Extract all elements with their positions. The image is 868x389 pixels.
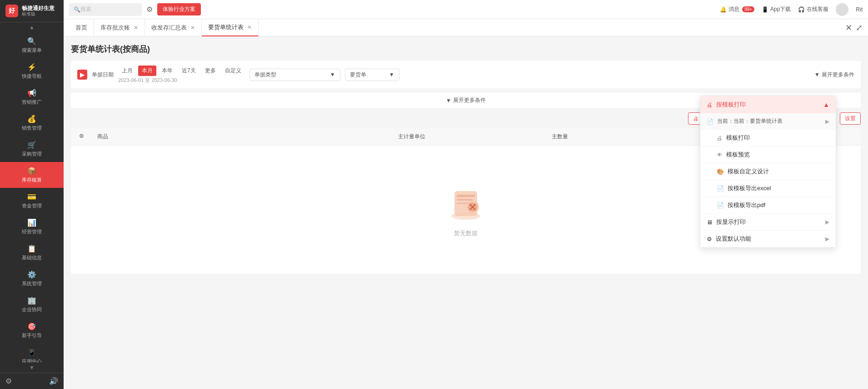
sidebar-item-purchase[interactable]: 🛒采购管理 (0, 136, 64, 162)
topbar: 🔍 搜索 ⚙ 体验行业方案 🔔 消息 99+ 📱 App下载 🎧 在线客服 Ri… (64, 0, 868, 19)
enterprise-icon: 🏢 (27, 296, 36, 305)
display-print-icon: 🖥 (707, 219, 713, 226)
order-label-select[interactable]: 要货单 ▼ (345, 69, 399, 81)
dropdown-item-template-preview[interactable]: 👁模板预览 (700, 147, 836, 163)
template-design-icon: 🎨 (717, 168, 724, 175)
print-dropdown: 🖨 按模板打印 ▲ 📄 当前： 当前：要货单统计表 ▶ 🖨模板打印👁模板预览🎨模… (700, 96, 836, 248)
tabs-bar: 首页库存批次账✕收发存汇总表✕要货单统计表✕✕⤢ (64, 19, 868, 36)
expand-down-icon: ▼ (814, 71, 820, 78)
template-print-icon: 🖨 (717, 135, 723, 141)
tab-batch-account[interactable]: 库存批次账✕ (94, 19, 145, 36)
sidebar-item-system[interactable]: ⚙️系统管理 (0, 266, 64, 292)
dropdown-section-display-print[interactable]: 🖥按显示打印▶ (700, 214, 836, 231)
dropdown-item-template-design[interactable]: 🎨模板自定义设计 (700, 163, 836, 180)
dropdown-item-left-template-print: 🖨模板打印 (717, 134, 750, 142)
current-template-left: 📄 当前： 当前：要货单统计表 (707, 117, 783, 125)
sidebar-logo: 好 畅捷通好生意 标准版 (0, 0, 64, 22)
search-icon: 🔍 (27, 37, 36, 45)
tab-close-batch-account[interactable]: ✕ (134, 25, 138, 31)
sidebar-item-business[interactable]: 📊经营管理 (0, 214, 64, 240)
search-icon: 🔍 (74, 6, 80, 13)
quick-nav-icon: ⚡ (27, 63, 36, 71)
app-download-btn[interactable]: 📱 App下载 (762, 5, 791, 13)
sidebar-item-enterprise[interactable]: 🏢企业协同 (0, 292, 64, 318)
user-name: Rit (856, 6, 863, 13)
filter-toolbar: ▶ 单据日期 上月 本月 本年 近7天 更多 自定义 2023-06-01 至 … (71, 61, 861, 88)
dropdown-item-template-excel[interactable]: 📄按模板导出excel (700, 180, 836, 197)
sidebar-item-quick-nav[interactable]: ⚡快捷导航 (0, 58, 64, 84)
template-preview-label: 模板预览 (726, 151, 750, 159)
appstore-icon: 📱 (27, 348, 36, 357)
online-service-btn[interactable]: 🎧 在线客服 (798, 5, 828, 13)
date-btn-7days[interactable]: 近7天 (178, 66, 200, 76)
template-excel-label: 按模板导出excel (728, 184, 771, 192)
dropdown-items-list: 🖨模板打印👁模板预览🎨模板自定义设计📄按模板导出excel📄按模板导出pdf (700, 130, 836, 214)
dropdown-printer-icon: 🖨 (707, 101, 713, 108)
settings-btn[interactable]: 设置 (840, 112, 861, 125)
dropdown-collapse-icon[interactable]: ▲ (823, 101, 829, 108)
scroll-up-arrow[interactable]: ▲ (0, 22, 64, 32)
expand-icon[interactable]: ▶ (77, 70, 87, 80)
sidebar-item-basic[interactable]: 📋基础信息 (0, 240, 64, 266)
purchase-label: 采购管理 (22, 151, 42, 157)
date-btn-custom[interactable]: 自定义 (221, 66, 245, 76)
current-icon: 📄 (707, 118, 713, 125)
avatar[interactable] (836, 3, 848, 16)
speaker-icon[interactable]: 🔊 (49, 377, 58, 385)
tab-home[interactable]: 首页 (69, 19, 94, 36)
marketing-label: 营销推广 (22, 99, 42, 106)
finance-icon: 💳 (27, 192, 36, 201)
sidebar-item-finance[interactable]: 💳资金管理 (0, 188, 64, 214)
settings-icon[interactable]: ⚙ (5, 377, 12, 385)
tab-close-order-stats[interactable]: ✕ (247, 24, 252, 30)
sidebar-nav: 🔍搜索菜单⚡快捷导航📢营销推广💰销售管理🛒采购管理📦库存核算💳资金管理📊经营管理… (0, 32, 64, 363)
tab-close-receipt-summary[interactable]: ✕ (190, 25, 195, 31)
sidebar-item-sales[interactable]: 💰销售管理 (0, 110, 64, 136)
sales-label: 销售管理 (22, 125, 42, 131)
tab-order-stats[interactable]: 要货单统计表✕ (202, 19, 259, 36)
basic-label: 基础信息 (22, 254, 42, 261)
dropdown-item-template-pdf[interactable]: 📄按模板导出pdf (700, 197, 836, 214)
sidebar-item-search[interactable]: 🔍搜索菜单 (0, 32, 64, 58)
newbie-icon: 🎯 (27, 322, 36, 331)
dropdown-item-template-print[interactable]: 🖨模板打印 (700, 130, 836, 147)
scroll-down-arrow[interactable]: ▼ (0, 363, 64, 373)
date-btn-more[interactable]: 更多 (201, 66, 219, 76)
tab-close-all-icon[interactable]: ✕ (845, 23, 852, 33)
search-box[interactable]: 🔍 搜索 (69, 3, 142, 16)
inventory-label: 库存核算 (22, 177, 42, 183)
sidebar-item-marketing[interactable]: 📢营销推广 (0, 84, 64, 110)
sidebar-item-newbie[interactable]: 🎯新手引导 (0, 318, 64, 344)
empty-message: 暂无数据 (454, 229, 478, 237)
default-setting-chevron: ▶ (825, 236, 829, 242)
dropdown-section-default-setting[interactable]: ⚙设置默认功能▶ (700, 231, 836, 248)
current-template-label: 当前： (717, 117, 733, 125)
svg-rect-3 (457, 199, 473, 201)
order-type-select[interactable]: 单据类型 ▼ (249, 69, 340, 81)
col-settings-header[interactable]: ⚙ (75, 128, 94, 145)
date-btn-this-month[interactable]: 本月 (138, 66, 156, 76)
sidebar-item-inventory[interactable]: 📦库存核算 (0, 162, 64, 188)
tab-receipt-summary[interactable]: 收发存汇总表✕ (145, 19, 202, 36)
template-preview-icon: 👁 (717, 152, 723, 158)
experience-btn[interactable]: 体验行业方案 (157, 3, 201, 15)
expand-more-conditions-btn[interactable]: ▼ 展开更多条件 (446, 96, 486, 104)
messages-btn[interactable]: 🔔 消息 99+ (720, 5, 754, 13)
page-content: 要货单统计表(按商品) ▶ 单据日期 上月 本月 本年 近7天 更多 自定义 2… (64, 36, 868, 389)
date-btn-this-year[interactable]: 本年 (158, 66, 176, 76)
expand-conditions-btn[interactable]: ▼ 展开更多条件 (814, 71, 854, 79)
dropdown-title-group: 🖨 按模板打印 (707, 101, 746, 109)
headset-icon: 🎧 (798, 6, 805, 13)
messages-badge: 99+ (742, 6, 754, 12)
tab-expand-icon[interactable]: ⤢ (856, 23, 863, 33)
enterprise-label: 企业协同 (22, 306, 42, 313)
sidebar-bottom: ⚙ 🔊 (0, 373, 64, 389)
topbar-gear-icon[interactable]: ⚙ (146, 5, 153, 14)
sidebar-item-appstore[interactable]: 📱应用中心 (0, 344, 64, 363)
display-print-label: 按显示打印 (716, 218, 746, 226)
dropdown-item-left-template-pdf: 📄按模板导出pdf (717, 201, 765, 209)
current-chevron-icon: ▶ (825, 118, 829, 125)
date-btn-last-month[interactable]: 上月 (118, 66, 136, 76)
template-print-label: 模板打印 (726, 134, 750, 142)
current-template-item[interactable]: 📄 当前： 当前：要货单统计表 ▶ (700, 113, 836, 130)
